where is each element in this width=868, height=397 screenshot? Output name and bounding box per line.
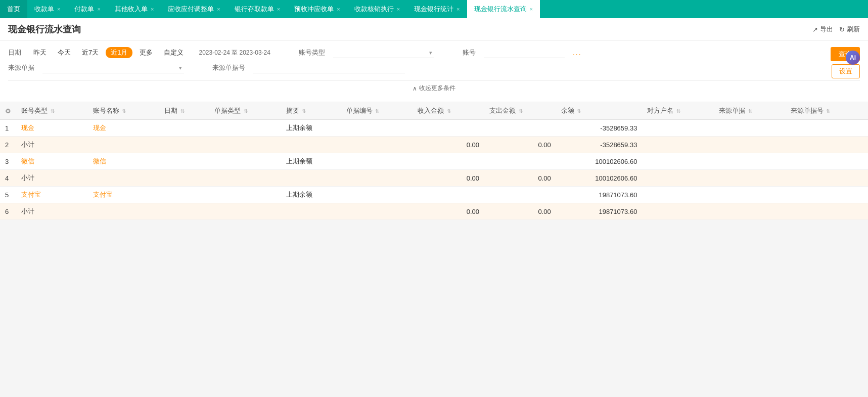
filter-area: 日期 昨天今天近7天近1月更多自定义 2023-02-24 至 2023-03-… [0, 41, 868, 102]
th-summary[interactable]: 摘要 ⇅ [281, 102, 341, 120]
nav-close-icon[interactable]: × [397, 0, 400, 18]
table-cell [484, 120, 556, 137]
table-cell [88, 170, 160, 187]
refresh-button[interactable]: ↻ 刷新 [839, 25, 860, 34]
refresh-icon: ↻ [839, 26, 845, 33]
table-cell [642, 153, 714, 170]
table-cell [484, 153, 556, 170]
table-cell: 5 [0, 187, 16, 203]
th-balance[interactable]: 余额 ⇅ [556, 102, 643, 120]
table-cell [341, 137, 413, 153]
table-cell: 19871073.60 [556, 203, 643, 220]
th-source-doc[interactable]: 来源单据 ⇅ [714, 102, 786, 120]
th-doc-no[interactable]: 单据编号 ⇅ [341, 102, 413, 120]
table-settings-icon[interactable]: ⚙ [0, 102, 16, 120]
account-input[interactable] [484, 47, 565, 58]
table-cell [714, 153, 786, 170]
table-cell: 支付宝 [16, 187, 88, 203]
page-header: 现金银行流水查询 ↗ 导出 ↻ 刷新 [0, 18, 868, 41]
table-cell: 6 [0, 203, 16, 220]
nav-close-icon[interactable]: × [151, 0, 154, 18]
nav-close-icon[interactable]: × [217, 0, 220, 18]
table-cell [281, 170, 341, 187]
nav-item-付款单[interactable]: 付款单× [67, 0, 107, 18]
nav-close-icon[interactable]: × [530, 0, 533, 18]
nav-close-icon[interactable]: × [337, 0, 340, 18]
th-doc-type[interactable]: 单据类型 ⇅ [209, 102, 281, 120]
nav-close-icon[interactable]: × [456, 0, 460, 18]
table-cell: 小计 [16, 170, 88, 187]
nav-item-label: 应收应付调整单 [168, 0, 214, 18]
table-container: ⚙ 账号类型 ⇅ 账号名称 ⇅ 日期 ⇅ 单据类型 ⇅ 摘要 ⇅ 单据编号 ⇅ … [0, 102, 868, 220]
date-option-近1月[interactable]: 近1月 [106, 47, 132, 58]
table-row: 1现金现金上期余额-3528659.33 [0, 120, 868, 137]
export-icon: ↗ [812, 26, 818, 33]
collapse-label: 收起更多条件 [419, 84, 455, 93]
nav-item-收款核销执行[interactable]: 收款核销执行× [347, 0, 407, 18]
table-cell [413, 187, 484, 203]
settings-button[interactable]: 设置 [832, 64, 860, 78]
nav-item-label: 付款单 [74, 0, 94, 18]
collapse-bar[interactable]: ∧ 收起更多条件 [8, 80, 860, 96]
date-range: 2023-02-24 至 2023-03-24 [199, 49, 270, 57]
table-cell [642, 187, 714, 203]
th-counterparty[interactable]: 对方户名 ⇅ [642, 102, 714, 120]
nav-item-收款单[interactable]: 收款单× [27, 0, 67, 18]
th-account-type[interactable]: 账号类型 ⇅ [16, 102, 88, 120]
table-cell [714, 137, 786, 153]
th-income[interactable]: 收入金额 ⇅ [413, 102, 484, 120]
nav-item-应收应付调整单[interactable]: 应收应付调整单× [161, 0, 227, 18]
source-doc-no-input[interactable] [253, 62, 405, 73]
th-account-name[interactable]: 账号名称 ⇅ [88, 102, 160, 120]
date-option-更多[interactable]: 更多 [135, 47, 157, 58]
table-cell [786, 137, 868, 153]
table-cell [281, 203, 341, 220]
table-cell: -3528659.33 [556, 137, 643, 153]
nav-close-icon[interactable]: × [277, 0, 280, 18]
ai-badge[interactable]: Ai [846, 51, 860, 65]
table-cell [341, 153, 413, 170]
nav-item-其他收入单[interactable]: 其他收入单× [108, 0, 161, 18]
table-cell [88, 137, 160, 153]
table-cell [714, 170, 786, 187]
nav-close-icon[interactable]: × [57, 0, 60, 18]
header-actions: ↗ 导出 ↻ 刷新 [812, 25, 860, 34]
date-option-近7天[interactable]: 近7天 [78, 47, 103, 58]
nav-close-icon[interactable]: × [97, 0, 100, 18]
table-cell [642, 120, 714, 137]
th-date[interactable]: 日期 ⇅ [159, 102, 209, 120]
account-label: 账号 [463, 48, 476, 57]
date-label: 日期 [8, 48, 21, 57]
table-cell: 0.00 [484, 137, 556, 153]
date-option-自定义[interactable]: 自定义 [160, 47, 188, 58]
table-cell [88, 203, 160, 220]
source-doc-select[interactable] [42, 62, 184, 73]
date-option-昨天[interactable]: 昨天 [29, 47, 51, 58]
table-cell: 上期余额 [281, 153, 341, 170]
filter-left: 日期 昨天今天近7天近1月更多自定义 2023-02-24 至 2023-03-… [8, 47, 831, 77]
export-button[interactable]: ↗ 导出 [812, 25, 833, 34]
table-cell [413, 153, 484, 170]
nav-item-首页[interactable]: 首页 [0, 0, 27, 18]
nav-item-现金银行流水查询[interactable]: 现金银行流水查询× [467, 0, 540, 18]
account-type-select[interactable] [333, 47, 434, 58]
nav-item-label: 首页 [7, 0, 20, 18]
table-cell [341, 120, 413, 137]
table-cell: 支付宝 [88, 187, 160, 203]
table-cell [209, 153, 281, 170]
nav-item-预收冲应收单[interactable]: 预收冲应收单× [287, 0, 347, 18]
table-cell [484, 187, 556, 203]
filter-row-2: 来源单据 来源单据号 [8, 62, 831, 73]
th-expense[interactable]: 支出金额 ⇅ [484, 102, 556, 120]
nav-item-银行存取款单[interactable]: 银行存取款单× [227, 0, 287, 18]
source-doc-no-label: 来源单据号 [212, 63, 245, 72]
top-navigation: 首页收款单×付款单×其他收入单×应收应付调整单×银行存取款单×预收冲应收单×收款… [0, 0, 868, 18]
table-cell [209, 170, 281, 187]
table-cell [642, 170, 714, 187]
date-option-今天[interactable]: 今天 [54, 47, 75, 58]
nav-item-现金银行统计[interactable]: 现金银行统计× [407, 0, 467, 18]
account-ellipsis-button[interactable]: ... [573, 49, 582, 57]
table-cell [341, 203, 413, 220]
th-source-doc-no[interactable]: 来源单据号 ⇅ [786, 102, 868, 120]
table-cell: 小计 [16, 203, 88, 220]
